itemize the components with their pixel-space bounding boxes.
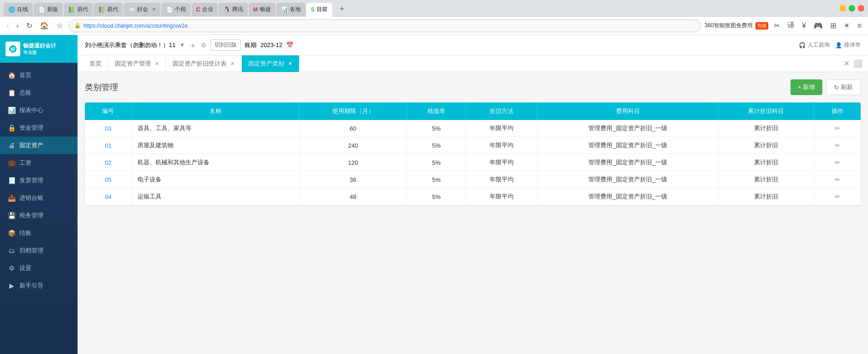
user-icon: 👤 [835, 42, 842, 48]
trade-icon: 📥 [7, 194, 16, 202]
sidebar-item-ledger[interactable]: 📋 总账 [0, 84, 78, 102]
sidebar-item-guide[interactable]: ▶ 新手引导 [0, 277, 78, 294]
close-window-icon[interactable]: ✕ [844, 59, 850, 68]
cell-code-3[interactable]: 05 [85, 171, 132, 188]
cell-accum-3: 累计折旧 [718, 171, 814, 188]
settings-gear-icon[interactable]: ⚙ [201, 42, 207, 49]
new-tab-button[interactable]: ＋ [338, 3, 346, 14]
cell-action-2[interactable]: ✏ [814, 154, 861, 171]
edit-icon-1[interactable]: ✏ [835, 142, 840, 149]
sidebar-item-funds[interactable]: 🔒 资金管理 [0, 119, 78, 137]
tab-close-hao[interactable]: ✕ [152, 6, 156, 12]
cell-action-4[interactable]: ✏ [814, 188, 861, 205]
bookmark-button[interactable]: ☆ [54, 20, 65, 31]
address-bar[interactable]: 🔒 https://cloud.chanjet.com/accounting/u… [68, 19, 701, 32]
browser-tab-new[interactable]: 📄 新版 [34, 3, 63, 17]
browser-tab-yidai2[interactable]: 📗 易代 [94, 3, 123, 17]
cell-code-0[interactable]: 03 [85, 120, 132, 137]
tab-label: 易代 [107, 6, 118, 13]
browser-tab-enterprise[interactable]: C 企业 [192, 3, 218, 17]
brightness-button[interactable]: ☀ [842, 20, 852, 31]
currency-button[interactable]: ¥ [800, 21, 808, 31]
browser-tab-current[interactable]: S 目前 [306, 3, 332, 17]
cell-action-3[interactable]: ✏ [814, 171, 861, 188]
calendar-icon[interactable]: 📅 [286, 42, 293, 48]
page-tab-home[interactable]: 首页 [83, 55, 108, 72]
sidebar-item-archive[interactable]: 🗂 归档管理 [0, 242, 78, 259]
dropdown-arrow-icon[interactable]: ▼ [179, 42, 185, 48]
settings-icon: ⚙ [7, 264, 16, 272]
sidebar-item-invoice[interactable]: 🧾 发票管理 [0, 172, 78, 189]
browser-tab-tencent[interactable]: 🐧 腾讯 [219, 3, 248, 17]
forward-button[interactable]: › [14, 21, 20, 31]
headset-icon: 🎧 [799, 42, 806, 48]
sidebar-item-close[interactable]: 📦 结账 [0, 224, 78, 242]
cell-residual-3: 5% [407, 171, 466, 188]
browser-tab-hao[interactable]: ☁️ 好会 ✕ [124, 3, 161, 17]
tab-window-controls: ✕ ⬜ [844, 59, 862, 68]
sidebar-item-payroll[interactable]: 💼 工资 [0, 154, 78, 172]
close-depreciation-icon[interactable]: ✕ [230, 60, 235, 67]
close-fixed-asset-mgmt-icon[interactable]: ✕ [155, 60, 159, 67]
page-tab-home-label: 首页 [90, 60, 102, 68]
cell-residual-4: 5% [407, 188, 466, 205]
maximize-button[interactable] [849, 5, 855, 12]
sidebar-label-fixed-assets: 固定资产 [19, 141, 43, 150]
archive-icon: 🗂 [7, 247, 16, 254]
edit-icon-2[interactable]: ✏ [835, 159, 840, 166]
back-button[interactable]: ‹ [5, 21, 11, 31]
scissors-button[interactable]: ✂ [772, 20, 782, 31]
minimize-button[interactable] [839, 5, 846, 12]
page-tab-fixed-asset-mgmt[interactable]: 固定资产管理 ✕ [108, 55, 166, 72]
translate-button[interactable]: 译 [785, 20, 796, 31]
browser-tab-gedi[interactable]: 📊 各地 [276, 3, 305, 17]
home-button[interactable]: 🏠 [38, 20, 51, 31]
cell-code-4[interactable]: 04 [85, 188, 132, 205]
page-header: 类别管理 + 新增 ↻ 刷新 [85, 79, 861, 95]
sidebar-label-settings: 设置 [19, 264, 31, 272]
cell-code-1[interactable]: 01 [85, 137, 132, 154]
logo-main: 畅捷通好会计 [23, 42, 56, 50]
switch-version-button[interactable]: 切到旧版 [210, 39, 241, 51]
cell-action-0[interactable]: ✏ [814, 120, 861, 137]
browser-tab-yidai1[interactable]: 📗 易代 [64, 3, 93, 17]
tab-icon: 📊 [281, 6, 288, 13]
sidebar-item-fixed-assets[interactable]: 🖨 固定资产 [0, 137, 78, 154]
browser-tab-changjie[interactable]: M 畅捷 [249, 3, 275, 17]
sidebar-label-guide: 新手引导 [19, 282, 43, 290]
page-tab-depreciation-table[interactable]: 固定资产折旧统计表 ✕ [166, 55, 242, 72]
grid-button[interactable]: ⊞ [828, 20, 838, 31]
close-category-icon[interactable]: ✕ [288, 60, 293, 67]
menu-button[interactable]: ≡ [856, 21, 863, 31]
sidebar-item-home[interactable]: 🏠 首页 [0, 66, 78, 84]
consultant-button[interactable]: 🎧 人工咨询 [799, 41, 830, 49]
page-tab-asset-category[interactable]: 固定资产类别 ✕ [242, 55, 299, 72]
game-button[interactable]: 🎮 [812, 20, 825, 31]
refresh-button[interactable]: ↻ 刷新 [826, 79, 861, 95]
sidebar-item-settings[interactable]: ⚙ 设置 [0, 259, 78, 277]
sidebar-item-reports[interactable]: 📊 报表中心 [0, 102, 78, 119]
cell-accum-4: 累计折旧 [718, 188, 814, 205]
tab-list: 🌐 在线 📄 新版 📗 易代 📗 易代 ☁️ 好会 ✕ 📄 个税 C 企业 [4, 0, 332, 17]
maximize-window-icon[interactable]: ⬜ [853, 59, 862, 68]
sidebar-item-tax[interactable]: 💾 税务管理 [0, 207, 78, 224]
browser-tab-tax[interactable]: 📄 个税 [162, 3, 191, 17]
home-icon: 🏠 [7, 72, 16, 79]
sidebar-label-ledger: 总账 [19, 89, 31, 97]
cell-name-2: 机器、机械和其他生产设备 [132, 154, 299, 171]
add-company-icon[interactable]: ＋ [189, 40, 197, 51]
edit-icon-3[interactable]: ✏ [835, 176, 840, 183]
user-button[interactable]: 👤 徐泽华 [835, 41, 861, 49]
add-button[interactable]: + 新增 [790, 79, 822, 95]
edit-icon-4[interactable]: ✏ [835, 193, 840, 200]
close-button[interactable] [858, 5, 864, 12]
reload-button[interactable]: ↻ [24, 20, 34, 31]
sidebar-label-home: 首页 [19, 71, 31, 79]
browser-tab-online[interactable]: 🌐 在线 [4, 3, 33, 17]
edit-icon-0[interactable]: ✏ [835, 125, 840, 132]
cell-code-2[interactable]: 02 [85, 154, 132, 171]
cell-action-1[interactable]: ✏ [814, 137, 861, 154]
tab-icon: S [311, 6, 315, 13]
tab-label: 各地 [290, 6, 301, 13]
sidebar-item-trade[interactable]: 📥 进销台账 [0, 189, 78, 207]
